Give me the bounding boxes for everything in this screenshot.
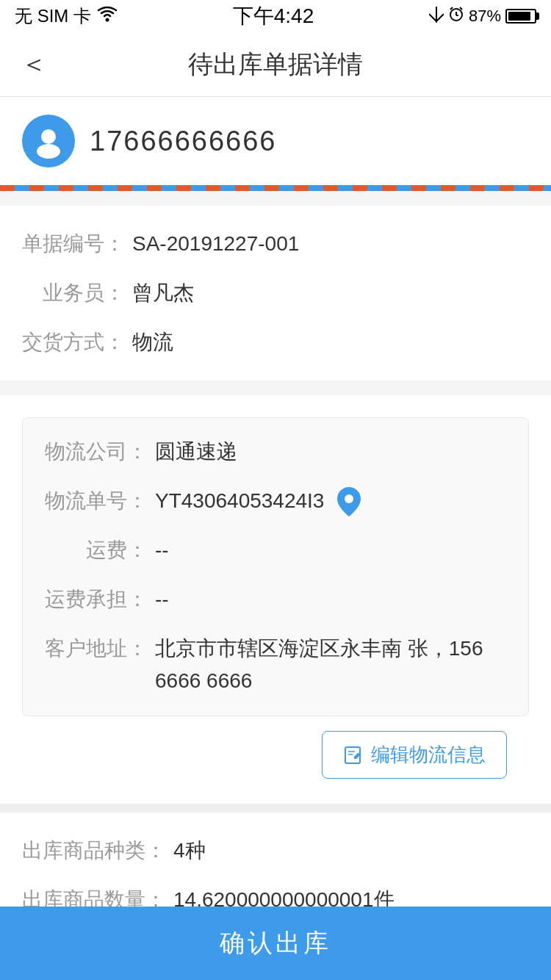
salesman-value: 曾凡杰 <box>132 277 529 310</box>
goods-types-row: 出库商品种类： 4种 <box>22 835 529 868</box>
edit-logistics-label: 编辑物流信息 <box>371 742 486 768</box>
document-number-row: 单据编号： SA-20191227-001 <box>22 228 529 261</box>
freight-row: 运费： -- <box>45 534 506 567</box>
freight-bear-row: 运费承担： -- <box>45 583 506 616</box>
salesman-label: 业务员： <box>22 277 125 310</box>
alarm-icon <box>448 6 464 26</box>
edit-icon <box>343 745 364 765</box>
dashed-border <box>0 185 551 191</box>
freight-value: -- <box>155 534 506 567</box>
logistics-company-row: 物流公司： 圆通速递 <box>45 436 506 469</box>
freight-label: 运费： <box>45 534 148 567</box>
address-value: 北京市市辖区海淀区永丰南 张，156 6666 6666 <box>155 633 506 699</box>
address-label: 客户地址： <box>45 633 148 666</box>
document-info-section: 单据编号： SA-20191227-001 业务员： 曾凡杰 交货方式： 物流 <box>0 206 551 381</box>
avatar <box>22 115 75 167</box>
delivery-label: 交货方式： <box>22 326 125 359</box>
svg-line-5 <box>460 7 462 10</box>
confirm-button[interactable]: 确认出库 <box>0 907 551 980</box>
logistics-section: 物流公司： 圆通速递 物流单号： YT43064053424I3 <box>0 395 551 804</box>
edit-logistics-button[interactable]: 编辑物流信息 <box>322 731 507 779</box>
confirm-label: 确认出库 <box>220 926 331 960</box>
location-icon <box>429 5 444 27</box>
goods-types-value: 4种 <box>173 835 529 868</box>
user-phone: 17666666666 <box>90 126 276 157</box>
logistics-company-label: 物流公司： <box>45 436 148 469</box>
nav-bar: ＜ 待出库单据详情 <box>0 32 551 97</box>
status-right: 87% <box>429 5 536 27</box>
separator-1 <box>0 804 551 813</box>
svg-point-0 <box>106 18 109 22</box>
page-content: 17666666666 单据编号： SA-20191227-001 业务员： 曾… <box>0 97 551 980</box>
delivery-value: 物流 <box>132 326 529 359</box>
svg-point-6 <box>41 129 56 144</box>
status-left: 无 SIM 卡 <box>15 4 118 28</box>
logistics-card: 物流公司： 圆通速递 物流单号： YT43064053424I3 <box>22 417 529 716</box>
battery-percentage: 87% <box>469 7 501 26</box>
edit-logistics-row: 编辑物流信息 <box>22 731 529 796</box>
salesman-row: 业务员： 曾凡杰 <box>22 277 529 310</box>
status-time: 下午4:42 <box>233 2 314 30</box>
logistics-tracking-label: 物流单号： <box>45 485 148 518</box>
document-number-value: SA-20191227-001 <box>132 228 529 261</box>
back-button[interactable]: ＜ <box>21 46 47 82</box>
user-header: 17666666666 <box>0 97 551 185</box>
logistics-company-value: 圆通速递 <box>155 436 506 469</box>
svg-point-8 <box>345 494 353 503</box>
freight-bear-label: 运费承担： <box>45 583 148 616</box>
goods-types-label: 出库商品种类： <box>22 835 166 868</box>
svg-point-7 <box>37 144 60 159</box>
document-number-label: 单据编号： <box>22 228 125 261</box>
wifi-icon <box>97 6 118 26</box>
svg-line-4 <box>450 7 453 10</box>
freight-bear-value: -- <box>155 583 506 616</box>
address-row: 客户地址： 北京市市辖区海淀区永丰南 张，156 6666 6666 <box>45 633 506 699</box>
logistics-tracking-row: 物流单号： YT43064053424I3 <box>45 485 506 518</box>
status-bar: 无 SIM 卡 下午4:42 87% <box>0 0 551 32</box>
location-pin-icon[interactable] <box>336 486 362 518</box>
delivery-row: 交货方式： 物流 <box>22 326 529 359</box>
battery-icon <box>505 9 536 24</box>
logistics-tracking-value: YT43064053424I3 <box>155 485 506 518</box>
page-title: 待出库单据详情 <box>188 48 363 82</box>
carrier-label: 无 SIM 卡 <box>15 4 91 28</box>
